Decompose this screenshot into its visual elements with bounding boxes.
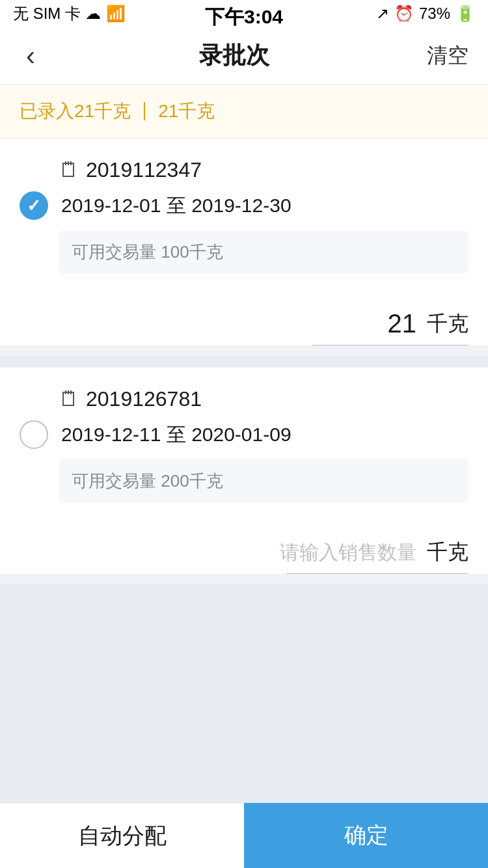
batch-icon-2: 🗒 <box>59 387 79 411</box>
location-icon: ↗ <box>376 5 389 23</box>
radio-select-2[interactable] <box>20 420 48 449</box>
available-text-2: 可用交易量 200千克 <box>72 471 223 491</box>
batch-item-2: 🗒 2019126781 2019-12-11 至 2020-01-09 可用交… <box>0 368 488 574</box>
sim-label: 无 SIM 卡 ☁ <box>13 3 101 24</box>
bottom-bar: 自动分配 确定 <box>0 803 488 868</box>
status-left: 无 SIM 卡 ☁ 📶 <box>13 3 126 24</box>
amount-unit-1: 千克 <box>427 310 468 338</box>
batch-item-1: 🗒 2019112347 2019-12-01 至 2019-12-30 可用交… <box>0 139 488 346</box>
wifi-icon: 📶 <box>106 5 126 23</box>
auto-distribute-button[interactable]: 自动分配 <box>0 803 244 868</box>
available-text-1: 可用交易量 100千克 <box>72 242 223 262</box>
batch-id-1: 2019112347 <box>86 158 202 182</box>
back-button[interactable]: ‹ <box>20 34 42 78</box>
status-right: ↗ ⏰ 73% 🔋 <box>376 5 475 23</box>
recorded-text: 已录入21千克 <box>20 99 131 124</box>
battery-label: 73% <box>419 5 450 23</box>
info-banner: 已录入21千克 21千克 <box>0 85 488 139</box>
amount-underline-1 <box>312 345 468 346</box>
status-bar: 无 SIM 卡 ☁ 📶 下午3:04 ↗ ⏰ 73% 🔋 <box>0 0 488 27</box>
info-divider <box>144 102 145 120</box>
batch-icon-1: 🗒 <box>59 158 79 182</box>
status-time: 下午3:04 <box>205 4 283 31</box>
input-row-2: 请输入销售数量 千克 <box>0 525 488 573</box>
batch-date-1: 2019-12-01 至 2019-12-30 <box>61 193 291 219</box>
input-placeholder-2: 请输入销售数量 <box>280 539 416 566</box>
available-row-1: 可用交易量 100千克 <box>59 230 468 274</box>
radio-select-1[interactable] <box>20 191 48 220</box>
clear-button[interactable]: 清空 <box>427 42 468 70</box>
alarm-icon: ⏰ <box>394 5 414 23</box>
battery-icon: 🔋 <box>455 5 475 23</box>
confirm-button[interactable]: 确定 <box>244 803 488 868</box>
amount-row-1: 21 千克 <box>0 296 488 345</box>
input-underline-2 <box>286 573 468 574</box>
nav-bar: ‹ 录批次 清空 <box>0 27 488 85</box>
available-row-2: 可用交易量 200千克 <box>59 459 468 503</box>
input-unit-2: 千克 <box>427 538 468 567</box>
amount-value-1: 21 <box>388 309 417 338</box>
section-separator <box>0 356 488 368</box>
recorded-amount: 21千克 <box>158 99 215 124</box>
page-title: 录批次 <box>199 40 269 72</box>
batch-id-2: 2019126781 <box>86 387 202 411</box>
batch-date-2: 2019-12-11 至 2020-01-09 <box>61 422 291 448</box>
